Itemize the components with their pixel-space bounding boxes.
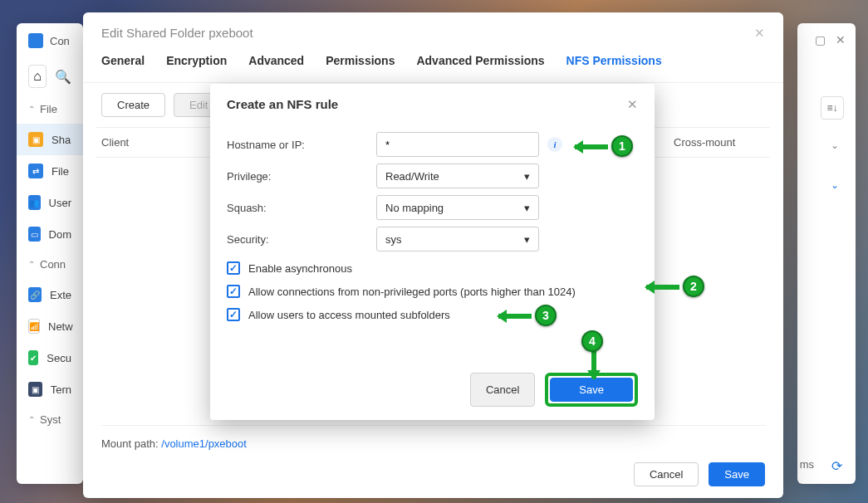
sidebar-item-label: Sha <box>51 134 71 146</box>
chevron-down-icon: ▾ <box>524 233 530 246</box>
save-button[interactable]: Save <box>709 462 765 486</box>
security-label: Security: <box>227 233 376 246</box>
async-checkbox-row[interactable]: Enable asynchronous <box>227 261 638 275</box>
select-value: sys <box>385 233 402 246</box>
task-status-col: ⌄ ⌄ <box>831 139 839 191</box>
user-icon: 👥 <box>28 195 41 210</box>
annotation-arrow-1 <box>575 144 608 149</box>
sort-icon: ≡↓ <box>826 102 837 114</box>
annotation-badge-3: 3 <box>535 305 557 326</box>
close-icon[interactable]: ✕ <box>754 26 765 41</box>
chevron-down-icon[interactable]: ⌄ <box>831 179 839 191</box>
select-value: Read/Write <box>385 170 439 183</box>
chevron-down-icon[interactable]: ⌄ <box>831 139 839 151</box>
sidebar-item-external[interactable]: 🔗Exte <box>17 279 83 310</box>
checkbox-label: Allow users to access mounted subfolders <box>248 309 450 321</box>
refresh-icon[interactable]: ⟳ <box>831 458 842 474</box>
file-icon: ⇄ <box>28 164 43 178</box>
sidebar-section-label: Syst <box>40 413 61 426</box>
sort-button[interactable]: ≡↓ <box>821 96 844 120</box>
window-controls: ▢ ✕ <box>797 23 856 56</box>
sidebar-section-label: Conn <box>40 258 66 271</box>
search-icon[interactable]: 🔍 <box>55 65 71 88</box>
tab-nfs-permissions[interactable]: NFS Permissions <box>566 54 662 72</box>
modal-title: Edit Shared Folder pxeboot <box>101 26 253 41</box>
privilege-select[interactable]: Read/Write▾ <box>376 164 539 188</box>
sidebar-item-label: Tern <box>51 383 71 396</box>
annotation-badge-4: 4 <box>581 330 603 352</box>
chevron-up-icon: ⌃ <box>28 415 35 424</box>
close-icon[interactable]: ✕ <box>836 33 846 46</box>
cancel-button[interactable]: Cancel <box>470 373 535 407</box>
control-panel-icon <box>28 33 43 48</box>
tab-advanced[interactable]: Advanced <box>248 54 304 72</box>
info-icon[interactable]: i <box>547 137 562 152</box>
privilege-label: Privilege: <box>227 170 376 183</box>
network-icon: 📶 <box>28 319 40 334</box>
sidebar-item-fileservices[interactable]: ⇄File <box>17 155 83 187</box>
modal-footer: Cancel Save <box>470 373 638 407</box>
ms-label: ms <box>800 458 814 471</box>
create-button[interactable]: Create <box>101 93 165 117</box>
control-panel-title: Con <box>17 23 83 58</box>
sidebar-item-label: Secu <box>47 352 71 364</box>
annotation-arrow-3 <box>498 314 532 319</box>
maximize-icon[interactable]: ▢ <box>815 33 826 46</box>
sidebar-item-terminal[interactable]: ▣Tern <box>17 374 83 405</box>
tab-advanced-permissions[interactable]: Advanced Permissions <box>416 54 544 72</box>
checkbox-icon[interactable] <box>227 261 240 275</box>
folder-icon: ▣ <box>28 132 43 147</box>
sidebar-item-label: Dom <box>49 228 71 241</box>
link-icon: 🔗 <box>28 287 42 302</box>
sidebar-item-shared[interactable]: ▣Sha <box>17 124 83 155</box>
domain-icon: ▭ <box>28 227 41 242</box>
squash-select[interactable]: No mapping▾ <box>376 195 539 220</box>
control-panel-window: Con ⌂ 🔍 ⌃File ▣Sha ⇄File 👥User ▭Dom ⌃Con… <box>17 23 83 484</box>
sidebar-item-user[interactable]: 👥User <box>17 187 83 218</box>
sidebar-item-network[interactable]: 📶Netw <box>17 310 83 342</box>
sidebar-item-security[interactable]: ✔Secu <box>17 342 83 374</box>
sidebar-section-connectivity[interactable]: ⌃Conn <box>17 250 83 279</box>
modal-tabs: General Encryption Advanced Permissions … <box>83 46 783 83</box>
hostname-label: Hostname or IP: <box>227 139 376 151</box>
sidebar-item-label: Netw <box>48 320 73 333</box>
modal-footer: Cancel Save <box>634 462 765 486</box>
checkbox-label: Allow connections from non-privileged po… <box>248 286 576 298</box>
home-search-row: ⌂ 🔍 <box>17 58 83 95</box>
sidebar: ⌃File ▣Sha ⇄File 👥User ▭Dom ⌃Conn 🔗Exte … <box>17 95 83 434</box>
annotation-badge-1: 1 <box>611 135 633 157</box>
checkbox-icon[interactable] <box>227 308 240 321</box>
mount-path-link[interactable]: /volume1/pxeboot <box>161 437 247 450</box>
security-select[interactable]: sys▾ <box>376 227 539 252</box>
sidebar-section-label: File <box>40 103 57 115</box>
tab-general[interactable]: General <box>101 54 145 72</box>
chevron-up-icon: ⌃ <box>28 105 35 114</box>
col-crossmount[interactable]: Cross-mount <box>674 136 765 149</box>
sidebar-section-system[interactable]: ⌃Syst <box>17 405 83 434</box>
mount-path-label: Mount path: <box>101 437 161 450</box>
sidebar-section-file[interactable]: ⌃File <box>17 95 83 124</box>
select-value: No mapping <box>385 202 444 214</box>
tab-permissions[interactable]: Permissions <box>326 54 395 72</box>
chevron-down-icon: ▾ <box>524 202 530 214</box>
squash-label: Squash: <box>227 202 376 214</box>
control-panel-title-text: Con <box>50 35 70 47</box>
sidebar-item-label: Exte <box>50 289 71 301</box>
nfs-rule-form: Hostname or IP: i Privilege: Read/Write▾… <box>210 120 655 336</box>
terminal-icon: ▣ <box>28 382 42 397</box>
chevron-down-icon: ▾ <box>524 170 530 183</box>
annotation-arrow-2 <box>646 285 679 290</box>
home-icon[interactable]: ⌂ <box>28 65 47 88</box>
nonpriv-checkbox-row[interactable]: Allow connections from non-privileged po… <box>227 285 638 298</box>
close-icon[interactable]: ✕ <box>627 97 638 112</box>
background-right-window: ▢ ✕ ≡↓ ⌄ ⌄ ms ⟳ <box>797 23 856 484</box>
checkbox-icon[interactable] <box>227 285 240 298</box>
sidebar-item-label: File <box>51 165 69 178</box>
chevron-up-icon: ⌃ <box>28 260 35 269</box>
sidebar-item-domain[interactable]: ▭Dom <box>17 218 83 250</box>
cancel-button[interactable]: Cancel <box>634 462 699 486</box>
tab-encryption[interactable]: Encryption <box>166 54 227 72</box>
hostname-input[interactable] <box>376 132 539 157</box>
modal-title: Create an NFS rule <box>227 97 338 112</box>
subfolders-checkbox-row[interactable]: Allow users to access mounted subfolders <box>227 308 638 321</box>
